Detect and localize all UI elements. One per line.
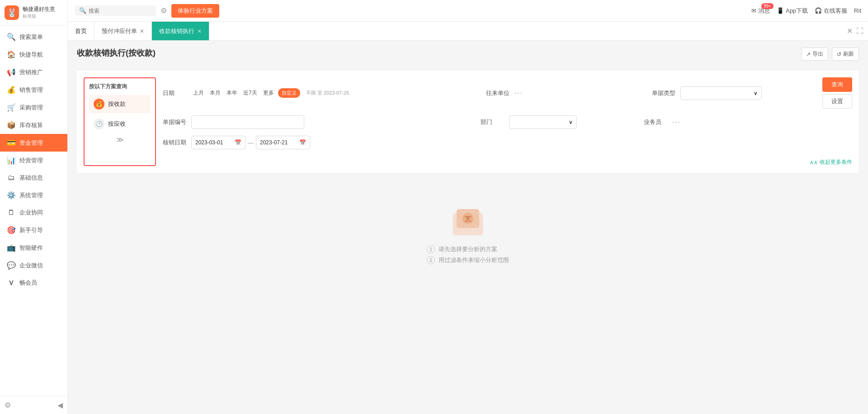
sidebar-label-quick-nav: 快捷导航 <box>19 51 43 59</box>
receipt-icon: 💰 <box>94 99 104 109</box>
inventory-icon: 📦 <box>7 121 16 129</box>
header-search-icon: 🔍 <box>79 7 86 14</box>
filter-collapse-button[interactable]: ≫ <box>89 135 151 144</box>
tab-receipt-writeoff[interactable]: 收款核销执行 ✕ <box>152 22 209 40</box>
writeoff-date-label: 核销日期 <box>163 138 188 147</box>
form-settings-button[interactable]: 设置 <box>822 94 852 109</box>
date-label: 日期 <box>163 89 188 97</box>
sidebar-label-hardware: 智能硬件 <box>19 244 43 252</box>
sidebar-item-basic-info[interactable]: 🗂 基础信息 <box>0 169 67 186</box>
app-label: App下载 <box>786 7 808 15</box>
date-custom[interactable]: 自定义 <box>278 88 300 98</box>
export-button[interactable]: ↗ 导出 <box>801 48 828 61</box>
filter-receivable-label: 按应收 <box>108 120 126 128</box>
sidebar-item-purchase[interactable]: 🛒 采购管理 <box>0 99 67 116</box>
message-badge: 99+ <box>761 3 774 9</box>
doc-no-label: 单据编号 <box>163 118 188 126</box>
message-icon: ✉ <box>751 7 756 14</box>
refresh-button[interactable]: ↺ 刷新 <box>832 48 859 61</box>
date-last-month[interactable]: 上月 <box>191 88 206 98</box>
filter-by-receipt[interactable]: 💰 按收款 <box>89 95 151 113</box>
tab-prepay-label: 预付冲应付单 <box>102 27 137 35</box>
tab-home[interactable]: 首页 <box>68 22 94 40</box>
sidebar-item-finance[interactable]: 💳 资金管理 <box>0 134 67 152</box>
staff-dots-button[interactable]: ··· <box>672 118 681 126</box>
header-search-input[interactable] <box>89 8 147 14</box>
staff-group: 业务员 ··· <box>644 118 798 126</box>
date-7days[interactable]: 近7天 <box>241 88 259 98</box>
doc-type-label: 单据类型 <box>652 89 677 97</box>
header-search-box[interactable]: 🔍 <box>75 5 156 16</box>
solution-button[interactable]: 体验行业方案 <box>171 4 219 18</box>
sidebar-label-sales: 销售管理 <box>19 86 43 94</box>
step-2-text: 用过滤条件来缩小分析范围 <box>439 256 509 264</box>
sidebar-item-guide[interactable]: 🎯 新手引导 <box>0 221 67 239</box>
sidebar-item-sales[interactable]: 💰 销售管理 <box>0 81 67 99</box>
collapse-more-button[interactable]: ∧∧ 收起更多条件 <box>163 158 852 166</box>
query-button[interactable]: 查询 <box>822 77 852 92</box>
empty-step-1: 1 请先选择要分析的方案 <box>427 245 509 253</box>
sidebar-item-hardware[interactable]: 📺 智能硬件 <box>0 239 67 257</box>
calendar-start-icon: 📅 <box>235 139 241 146</box>
date-this-year[interactable]: 本年 <box>225 88 239 98</box>
app-name: 畅捷通好生意 <box>23 6 55 13</box>
sidebar-label-business: 经营管理 <box>19 157 43 165</box>
sidebar-menu: 🔍 搜索菜单 🏠 快捷导航 📢 营销推广 💰 销售管理 🛒 采购管理 📦 库存核… <box>0 26 67 396</box>
user-info[interactable]: Rit <box>854 7 861 14</box>
receivable-icon: 🕐 <box>94 119 104 129</box>
hardware-icon: 📺 <box>7 243 16 252</box>
staff-label: 业务员 <box>644 118 669 126</box>
service-icon: 🎧 <box>815 7 822 14</box>
sidebar-label-basic-info: 基础信息 <box>19 174 43 182</box>
partner-dots-button[interactable]: ··· <box>514 89 523 97</box>
dept-chevron-icon: ∨ <box>569 119 573 125</box>
service-label: 在线客服 <box>824 7 847 15</box>
sidebar-label-inventory: 库存核算 <box>19 121 43 129</box>
tab-close-all-button[interactable]: ✕ <box>847 27 853 35</box>
tab-prepay-close-icon[interactable]: ✕ <box>140 28 144 34</box>
date-range-separator: — <box>248 139 254 146</box>
tab-receipt-writeoff-label: 收款核销执行 <box>159 27 194 35</box>
sidebar-item-quick-nav[interactable]: 🏠 快捷导航 <box>0 46 67 63</box>
dept-dropdown[interactable]: ∨ <box>509 115 577 129</box>
purchase-icon: 🛒 <box>7 103 16 112</box>
sidebar-item-enterprise[interactable]: 🗒 企业协同 <box>0 204 67 221</box>
app-download-button[interactable]: 📱 App下载 <box>777 7 808 15</box>
writeoff-date-start[interactable]: 2023-03-01 📅 <box>191 136 245 149</box>
date-more[interactable]: 更多 <box>261 88 276 98</box>
form-row-2: 单据编号 部门 ∨ 业务员 ··· <box>163 115 852 129</box>
sidebar-label-wechat: 企业微信 <box>19 262 43 270</box>
doc-no-group: 单据编号 <box>163 115 472 129</box>
settings-footer-icon[interactable]: ⚙ <box>5 401 11 409</box>
tab-actions: ✕ ⛶ <box>847 22 868 40</box>
home-icon: 🏠 <box>7 50 16 59</box>
doc-type-dropdown[interactable]: ∨ <box>680 86 762 100</box>
filter-receipt-label: 按收款 <box>108 100 126 108</box>
marketing-icon: 📢 <box>7 68 16 76</box>
sidebar-item-marketing[interactable]: 📢 营销推广 <box>0 63 67 81</box>
tab-receipt-close-icon[interactable]: ✕ <box>197 28 202 34</box>
wechat-icon: 💬 <box>7 261 16 270</box>
tab-prepay[interactable]: 预付冲应付单 ✕ <box>94 22 152 40</box>
sidebar-item-member[interactable]: V 畅会员 <box>0 274 67 291</box>
dept-label: 部门 <box>481 118 505 126</box>
collapse-sidebar-icon[interactable]: ◀ <box>57 401 63 409</box>
message-button[interactable]: ✉ 消息 99+ <box>751 7 770 15</box>
settings-icon[interactable]: ⚙ <box>160 6 167 15</box>
page-content: 收款核销执行(按收款) ↗ 导出 ↺ 刷新 按以下方案查询 💰 按收款 <box>68 41 868 414</box>
sidebar-item-search[interactable]: 🔍 搜索菜单 <box>0 28 67 46</box>
tab-bar: 首页 预付冲应付单 ✕ 收款核销执行 ✕ ✕ ⛶ <box>68 22 868 41</box>
tab-expand-button[interactable]: ⛶ <box>856 27 863 35</box>
calendar-end-icon: 📅 <box>299 139 306 146</box>
sidebar-item-business[interactable]: 📊 经营管理 <box>0 152 67 169</box>
sidebar-item-system[interactable]: ⚙️ 系统管理 <box>0 186 67 204</box>
step-2-number: 2 <box>427 256 435 264</box>
sidebar-item-inventory[interactable]: 📦 库存核算 <box>0 116 67 134</box>
date-this-month[interactable]: 本月 <box>208 88 222 98</box>
page-toolbar: ↗ 导出 ↺ 刷新 <box>801 48 859 61</box>
writeoff-date-end[interactable]: 2023-07-21 📅 <box>256 136 310 149</box>
online-service-button[interactable]: 🎧 在线客服 <box>815 7 847 15</box>
sidebar-item-wechat[interactable]: 💬 企业微信 <box>0 257 67 274</box>
filter-by-receivable[interactable]: 🕐 按应收 <box>89 115 151 133</box>
doc-no-input[interactable] <box>191 115 304 129</box>
